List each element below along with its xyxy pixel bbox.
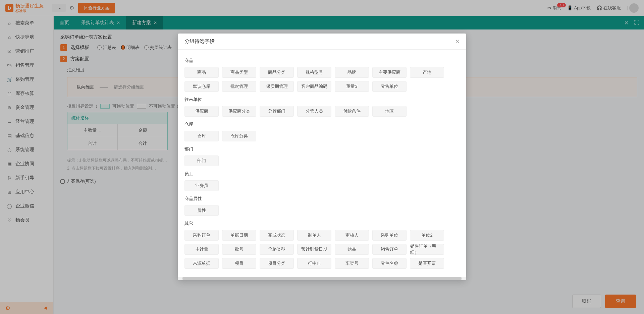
field-group-4: 员工业务员 <box>184 171 460 191</box>
chips-row: 仓库仓库分类 <box>184 131 460 141</box>
field-chip[interactable]: 属性 <box>184 205 219 216</box>
field-chip[interactable]: 分管人员 <box>297 106 331 117</box>
field-chip[interactable]: 分管部门 <box>260 106 294 117</box>
field-chip[interactable]: 产地 <box>410 67 444 78</box>
field-chip[interactable]: 价格类型 <box>260 244 294 255</box>
field-chip[interactable]: 批号 <box>222 244 256 255</box>
field-chip[interactable]: 项目 <box>222 258 256 269</box>
group-title: 往来单位 <box>184 97 460 103</box>
field-chip[interactable]: 项目分类 <box>260 258 294 269</box>
field-chip[interactable]: 主要供应商 <box>372 67 407 78</box>
modal-horizontal-scrollbar[interactable] <box>178 277 466 280</box>
field-chip[interactable]: 地区 <box>372 106 407 117</box>
group-title: 商品 <box>184 58 460 64</box>
field-chip[interactable]: 客户商品编码 <box>297 81 331 92</box>
field-chip[interactable]: 是否开票 <box>410 258 444 269</box>
field-chip[interactable]: 仓库 <box>184 131 219 141</box>
field-chip[interactable]: 行中止 <box>297 258 331 269</box>
modal-title: 分组待选字段 <box>184 38 215 45</box>
field-group-5: 商品属性属性 <box>184 196 460 216</box>
group-title: 员工 <box>184 171 460 177</box>
group-title: 部门 <box>184 146 460 152</box>
scrollbar-thumb[interactable] <box>182 277 462 280</box>
modal-close-icon[interactable]: ✕ <box>455 38 460 45</box>
chips-row: 属性 <box>184 205 460 216</box>
field-chip[interactable]: 业务员 <box>184 180 219 191</box>
field-chip[interactable]: 部门 <box>184 155 219 166</box>
field-chip[interactable]: 单据日期 <box>222 230 256 241</box>
field-chip[interactable]: 采购单位 <box>372 230 407 241</box>
field-chip[interactable]: 保质期管理 <box>260 81 294 92</box>
group-title: 商品属性 <box>184 196 460 202</box>
field-chip[interactable]: 赠品 <box>335 244 369 255</box>
field-chip[interactable]: 供应商 <box>184 106 219 117</box>
field-chip[interactable]: 品牌 <box>335 67 369 78</box>
field-chip[interactable]: 车架号 <box>335 258 369 269</box>
field-chip[interactable]: 默认仓库 <box>184 81 219 92</box>
field-group-2: 仓库仓库仓库分类 <box>184 121 460 141</box>
chips-row: 供应商供应商分类分管部门分管人员付款条件地区 <box>184 106 460 117</box>
field-chip[interactable]: 仓库分类 <box>222 131 256 141</box>
field-chip[interactable]: 来源单据 <box>184 258 219 269</box>
modal-header: 分组待选字段 ✕ <box>178 34 466 50</box>
field-group-0: 商品商品商品类型商品分类规格型号品牌主要供应商产地默认仓库批次管理保质期管理客户… <box>184 58 460 92</box>
field-chip[interactable]: 销售订单 <box>372 244 407 255</box>
field-chip[interactable]: 采购订单 <box>184 230 219 241</box>
chips-row: 采购订单单据日期完成状态制单人审核人采购单位单位2主计量批号价格类型预计到货日期… <box>184 230 460 269</box>
modal-body: 商品商品商品类型商品分类规格型号品牌主要供应商产地默认仓库批次管理保质期管理客户… <box>178 50 466 275</box>
field-chip[interactable]: 制单人 <box>297 230 331 241</box>
chips-row: 业务员 <box>184 180 460 191</box>
field-chip[interactable]: 商品分类 <box>260 67 294 78</box>
field-chip[interactable]: 单位2 <box>410 230 444 241</box>
group-title: 其它 <box>184 221 460 227</box>
field-chip[interactable]: 销售订单（明细） <box>410 244 444 255</box>
chips-row: 部门 <box>184 155 460 166</box>
field-chip[interactable]: 完成状态 <box>260 230 294 241</box>
field-chip[interactable]: 供应商分类 <box>222 106 256 117</box>
field-chip[interactable]: 重量3 <box>335 81 369 92</box>
field-chip[interactable]: 商品 <box>184 67 219 78</box>
field-group-3: 部门部门 <box>184 146 460 166</box>
field-group-6: 其它采购订单单据日期完成状态制单人审核人采购单位单位2主计量批号价格类型预计到货… <box>184 221 460 269</box>
field-chip[interactable]: 批次管理 <box>222 81 256 92</box>
field-chip[interactable]: 预计到货日期 <box>297 244 331 255</box>
chips-row: 商品商品类型商品分类规格型号品牌主要供应商产地默认仓库批次管理保质期管理客户商品… <box>184 67 460 92</box>
field-chip[interactable]: 商品类型 <box>222 67 256 78</box>
field-chip[interactable]: 主计量 <box>184 244 219 255</box>
field-chip[interactable]: 零件名称 <box>372 258 407 269</box>
field-group-1: 往来单位供应商供应商分类分管部门分管人员付款条件地区 <box>184 97 460 117</box>
modal-mask: 分组待选字段 ✕ 商品商品商品类型商品分类规格型号品牌主要供应商产地默认仓库批次… <box>0 0 644 314</box>
field-chip[interactable]: 零售单位 <box>372 81 407 92</box>
field-chip[interactable]: 规格型号 <box>297 67 331 78</box>
field-chip[interactable]: 付款条件 <box>335 106 369 117</box>
field-chip[interactable]: 审核人 <box>335 230 369 241</box>
group-title: 仓库 <box>184 121 460 127</box>
field-picker-modal: 分组待选字段 ✕ 商品商品商品类型商品分类规格型号品牌主要供应商产地默认仓库批次… <box>178 34 466 280</box>
